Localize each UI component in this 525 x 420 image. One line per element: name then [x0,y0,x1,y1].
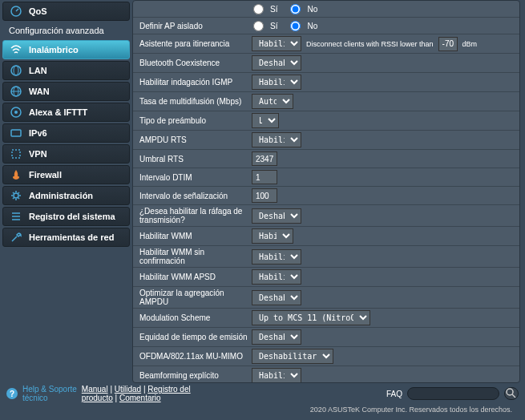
svg-rect-10 [12,150,20,158]
beacon-input[interactable] [252,188,277,203]
rts-input[interactable] [252,151,277,166]
nav-vpn[interactable]: VPN [2,144,130,164]
setting-label: Beamforming explícito [139,371,252,380]
nav-firewall[interactable]: Firewall [2,165,130,184]
setting-label: Modulation Scheme [139,313,252,322]
flame-icon [10,168,22,181]
nav-label: IPv6 [29,128,47,138]
wmm-apsd-select[interactable]: Habilitar [252,269,301,285]
help-text: Help & Soportetécnico [22,385,77,402]
setting-label: Optimizar la agregación AMPDU [139,289,252,306]
globe-icon [10,85,22,98]
setting-label: Intervalo DTIM [139,173,252,182]
dbm-label: dBm [462,40,478,48]
setting-label: Umbral RTS [139,155,252,164]
copyright-text: 2020 ASUSTeK Computer Inc. Reservados to… [6,402,519,414]
voice-icon [10,106,22,119]
svg-point-2 [11,66,21,75]
airtime-select[interactable]: Deshabilitar [252,329,301,345]
beam-select[interactable]: Habilitar [252,368,301,383]
ofdma-select[interactable]: Deshabilitar [252,349,333,364]
settings-panel: xSíNo Definir AP aisladoSíNo Asistente p… [132,0,520,383]
faq-search-input[interactable] [407,387,499,400]
wmm-select[interactable]: Habilitar [252,228,293,244]
setting-label: Habilitar WMM APSD [139,273,252,281]
setting-label: Asistente para itinerancia [139,39,252,48]
nav-label: Inalámbrico [29,45,79,55]
svg-point-11 [14,193,18,198]
roaming-select[interactable]: Habilitar [252,36,301,51]
setting-label: Habilitar indagación IGMP [139,78,252,87]
nav-alexa[interactable]: Alexa & IFTTT [2,103,130,122]
list-icon [10,210,22,223]
setting-label: Definir AP aislado [139,22,252,30]
setting-label: ¿Desea habilitar la ráfaga de transmisió… [139,207,252,224]
bt-select[interactable]: Deshabilitar [252,55,301,71]
nav-admin[interactable]: Administración [2,186,130,205]
svg-rect-9 [11,130,21,136]
sidebar-heading: Configuración avanzada [2,22,130,38]
radio-no[interactable] [290,4,301,14]
search-button[interactable] [504,387,519,400]
nav-label: Herramientas de red [29,232,114,242]
nav-ipv6[interactable]: IPv6 [2,123,130,143]
burst-select[interactable]: Deshabilitar [252,208,301,224]
nav-qos[interactable]: QoS [2,2,130,21]
rssi-text: Disconnect clients with RSSI lower than [306,40,434,48]
nav-label: Registro del sistema [29,212,115,221]
mod-select[interactable]: Up to MCS 11 (NitroQAM/1024-QAM) [252,310,370,325]
rate-select[interactable]: Automático [252,94,293,109]
svg-point-3 [14,66,18,75]
igmp-select[interactable]: Habilitar [252,75,301,90]
nav-wan[interactable]: WAN [2,82,130,101]
nav-lan[interactable]: LAN [2,61,130,80]
radio-no[interactable] [290,21,301,31]
vpn-icon [10,147,22,160]
link-utility[interactable]: Utilidad [115,385,141,394]
setting-label: Tasa de multidifusión (Mbps) [139,97,252,106]
footer-links: Manual | Utilidad | Registro delproducto… [82,385,191,402]
wrench-icon [10,231,22,244]
rssi-input[interactable] [438,37,458,51]
svg-line-1 [16,9,18,11]
nav-log[interactable]: Registro del sistema [2,207,130,226]
radio-yes[interactable] [253,4,264,14]
preamble-select[interactable]: Largo [252,113,279,128]
wmm-noack-select[interactable]: Habilitar [252,249,301,265]
wifi-icon [10,43,22,56]
sidebar: QoS Configuración avanzada Inalámbrico L… [0,0,132,420]
setting-label: OFDMA/802.11ax MU-MIMO [139,352,252,361]
svg-line-16 [512,394,515,398]
link-feedback[interactable]: Comentario [119,394,161,402]
setting-label: AMPDU RTS [139,135,252,144]
nav-label: WAN [29,87,50,96]
nav-label: VPN [29,149,47,159]
setting-label: Intervalo de señalización [139,192,252,200]
setting-label: Tipo de preámbulo [139,116,252,125]
nav-wireless[interactable]: Inalámbrico [2,40,130,59]
nav-label: Administración [29,191,93,200]
lan-icon [10,64,22,77]
nav-label: LAN [29,66,47,75]
footer: ? Help & Soportetécnico Manual | Utilida… [0,383,525,420]
setting-label: Habilitar WMM sin confirmación [139,248,252,265]
setting-label: Habilitar WMM [139,232,252,240]
agg-select[interactable]: Deshabilitar [252,290,301,305]
link-register[interactable]: Registro del [147,385,190,394]
link-manual[interactable]: Manual [82,385,108,394]
nav-label: Alexa & IFTTT [29,107,87,117]
ampdu-select[interactable]: Habilitar [252,132,301,147]
nav-label: Firewall [29,170,62,180]
gauge-icon [10,5,22,18]
ipv6-icon [10,127,22,139]
nav-label: QoS [29,6,47,16]
dtim-input[interactable] [252,170,277,184]
help-icon[interactable]: ? [6,388,18,399]
svg-point-15 [507,389,513,395]
gear-icon [10,189,22,202]
svg-point-8 [14,111,18,114]
nav-tools[interactable]: Herramientas de red [2,228,130,247]
link-product[interactable]: producto [82,394,113,402]
setting-label: Bluetooth Coexistence [139,59,252,67]
radio-yes[interactable] [253,21,264,31]
